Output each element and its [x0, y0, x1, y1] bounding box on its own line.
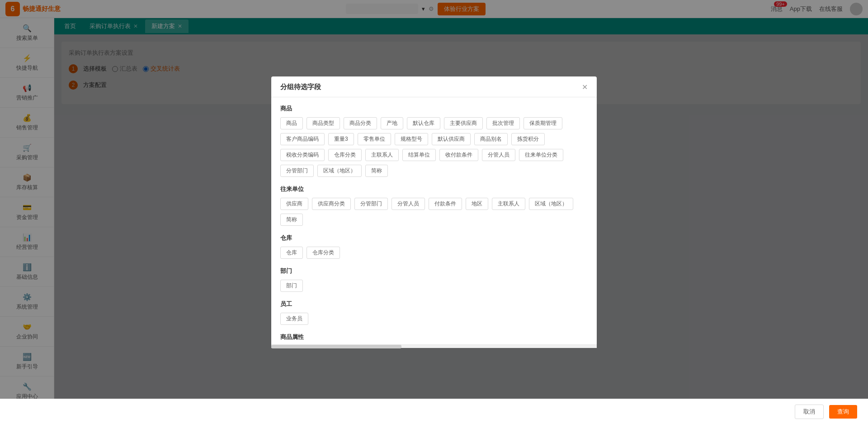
field-tags-2: 仓库仓库分类: [280, 247, 588, 259]
field-tag-0-2[interactable]: 商品分类: [344, 117, 377, 129]
field-tag-0-20[interactable]: 分管人员: [482, 149, 515, 161]
field-tag-1-1[interactable]: 供应商分类: [312, 198, 351, 210]
field-tag-0-21[interactable]: 往来单位分类: [519, 149, 563, 161]
field-tag-3-0[interactable]: 部门: [280, 280, 303, 292]
field-tag-2-0[interactable]: 仓库: [280, 247, 303, 259]
section-title-4: 员工: [280, 300, 588, 308]
section-title-3: 部门: [280, 267, 588, 275]
field-tag-1-3[interactable]: 分管人员: [392, 198, 425, 210]
field-tag-0-11[interactable]: 规格型号: [395, 133, 428, 145]
field-tags-0: 商品商品类型商品分类产地默认仓库主要供应商批次管理保质期管理客户商品编码重量3零…: [280, 117, 588, 177]
field-tag-1-8[interactable]: 简称: [280, 214, 303, 226]
field-tag-1-5[interactable]: 地区: [466, 198, 488, 210]
field-tag-0-18[interactable]: 结算单位: [402, 149, 436, 161]
section-title-2: 仓库: [280, 234, 588, 242]
field-tag-0-10[interactable]: 零售单位: [358, 133, 391, 145]
field-section-0: 商品商品商品类型商品分类产地默认仓库主要供应商批次管理保质期管理客户商品编码重量…: [280, 105, 588, 177]
modal-title: 分组待选字段: [280, 83, 321, 91]
field-tag-0-3[interactable]: 产地: [381, 117, 403, 129]
field-tag-1-0[interactable]: 供应商: [280, 198, 308, 210]
field-tag-2-1[interactable]: 仓库分类: [307, 247, 340, 259]
field-tag-0-23[interactable]: 区域（地区）: [317, 165, 362, 177]
field-section-4: 员工业务员: [280, 300, 588, 325]
field-tags-3: 部门: [280, 280, 588, 292]
modal-body[interactable]: 商品商品商品类型商品分类产地默认仓库主要供应商批次管理保质期管理客户商品编码重量…: [271, 97, 597, 344]
modal-overlay: 分组待选字段 ✕ 商品商品商品类型商品分类产地默认仓库主要供应商批次管理保质期管…: [0, 0, 868, 424]
field-tag-0-0[interactable]: 商品: [280, 117, 303, 129]
modal-close-button[interactable]: ✕: [582, 83, 588, 91]
field-tag-0-17[interactable]: 主联系人: [365, 149, 399, 161]
field-tags-1: 供应商供应商分类分管部门分管人员付款条件地区主联系人区域（地区）简称: [280, 198, 588, 226]
section-title-1: 往来单位: [280, 185, 588, 193]
field-tag-1-2[interactable]: 分管部门: [354, 198, 388, 210]
field-tag-0-4[interactable]: 默认仓库: [407, 117, 440, 129]
field-tag-0-19[interactable]: 收付款条件: [439, 149, 478, 161]
field-tag-0-8[interactable]: 客户商品编码: [280, 133, 325, 145]
field-tag-0-14[interactable]: 拣货积分: [511, 133, 545, 145]
field-tags-4: 业务员: [280, 313, 588, 325]
field-tag-0-7[interactable]: 保质期管理: [524, 117, 562, 129]
confirm-button[interactable]: 查询: [829, 405, 857, 419]
section-title-0: 商品: [280, 105, 588, 113]
field-tag-0-5[interactable]: 主要供应商: [444, 117, 483, 129]
cancel-button[interactable]: 取消: [795, 405, 824, 419]
field-tag-1-7[interactable]: 区域（地区）: [529, 198, 573, 210]
field-tag-4-0[interactable]: 业务员: [280, 313, 308, 325]
field-tag-0-12[interactable]: 默认供应商: [432, 133, 471, 145]
modal-footer: 取消 查询: [0, 399, 868, 424]
field-tag-0-24[interactable]: 简称: [365, 165, 388, 177]
hscroll-thumb: [271, 345, 401, 348]
field-section-5: 商品属性属性颜色多规格尺码鞋码1: [280, 333, 588, 344]
field-tag-1-4[interactable]: 付款条件: [429, 198, 462, 210]
field-tag-0-15[interactable]: 税收分类编码: [280, 149, 325, 161]
field-tag-0-13[interactable]: 商品别名: [474, 133, 508, 145]
field-tag-1-6[interactable]: 主联系人: [492, 198, 525, 210]
field-tag-0-1[interactable]: 商品类型: [307, 117, 340, 129]
field-section-1: 往来单位供应商供应商分类分管部门分管人员付款条件地区主联系人区域（地区）简称: [280, 185, 588, 226]
modal-header: 分组待选字段 ✕: [271, 76, 597, 97]
field-tag-0-16[interactable]: 仓库分类: [328, 149, 362, 161]
modal-dialog: 分组待选字段 ✕ 商品商品商品类型商品分类产地默认仓库主要供应商批次管理保质期管…: [271, 76, 597, 348]
field-tag-0-9[interactable]: 重量3: [328, 133, 354, 145]
field-section-2: 仓库仓库仓库分类: [280, 234, 588, 259]
section-title-5: 商品属性: [280, 333, 588, 341]
field-tag-0-6[interactable]: 批次管理: [486, 117, 520, 129]
field-section-3: 部门部门: [280, 267, 588, 292]
modal-horizontal-scrollbar[interactable]: [271, 344, 597, 348]
field-tag-0-22[interactable]: 分管部门: [280, 165, 314, 177]
